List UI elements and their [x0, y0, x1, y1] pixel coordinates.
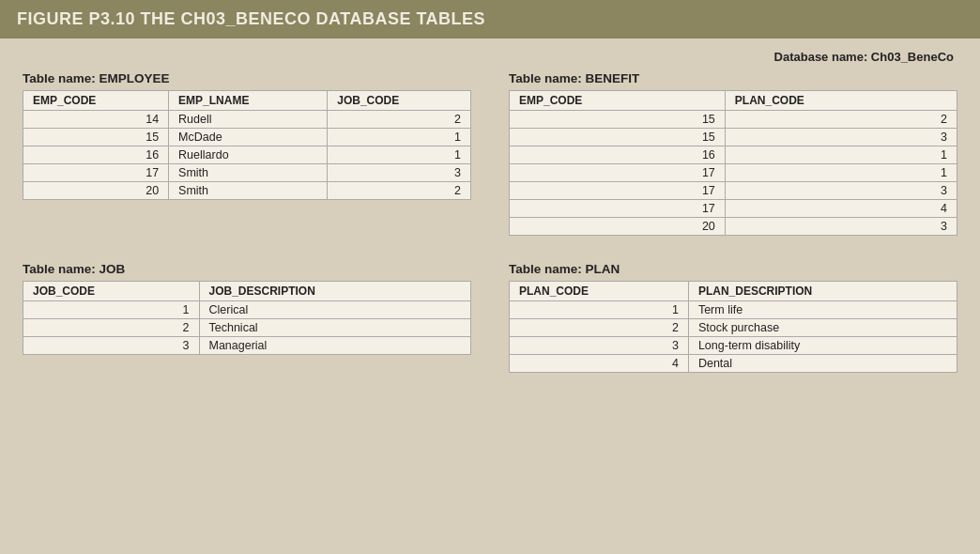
database-name-label: Database name: Ch03_BeneCo [23, 50, 954, 64]
benefit-plan-code-cell: 3 [725, 129, 957, 146]
benefit-table-title: Table name: BENEFIT [509, 71, 957, 85]
table-row: 17 4 [510, 200, 957, 218]
plan-code-cell: 2 [510, 319, 689, 337]
plan-code-cell: 1 [510, 301, 689, 319]
emp-lname-cell: McDade [169, 129, 328, 146]
emp-code-cell: 14 [23, 111, 169, 129]
benefit-emp-code-cell: 20 [510, 218, 726, 236]
job-col-job-code: JOB_CODE [23, 282, 200, 301]
tables-grid: Table name: EMPLOYEE EMP_CODE EMP_LNAME … [23, 71, 957, 373]
job-desc-cell: Managerial [199, 337, 471, 355]
benefit-emp-code-cell: 15 [510, 129, 726, 146]
plan-desc-cell: Term life [688, 301, 957, 319]
plan-desc-cell: Long-term disability [688, 337, 957, 355]
benefit-emp-code-cell: 17 [510, 164, 726, 182]
emp-code-cell: 15 [23, 129, 169, 146]
table-row: 16 Ruellardo 1 [23, 146, 471, 164]
benefit-emp-code-cell: 17 [510, 182, 726, 200]
table-row: 15 2 [510, 111, 957, 129]
table-row: 14 Rudell 2 [23, 111, 471, 129]
table-row: 15 3 [510, 129, 957, 146]
table-row: 2 Stock purchase [510, 319, 957, 337]
emp-code-cell: 16 [23, 146, 169, 164]
job-table: JOB_CODE JOB_DESCRIPTION 1 Clerical 2 Te… [23, 281, 471, 355]
plan-code-cell: 3 [510, 337, 689, 355]
emp-lname-cell: Smith [169, 164, 328, 182]
table-row: 20 3 [510, 218, 957, 236]
table-row: 20 Smith 2 [23, 182, 471, 200]
benefit-plan-code-cell: 3 [725, 182, 957, 200]
benefit-section: Table name: BENEFIT EMP_CODE PLAN_CODE 1… [509, 71, 957, 236]
emp-code-cell: 17 [23, 164, 169, 182]
plan-desc-cell: Dental [688, 355, 957, 373]
benefit-emp-code-cell: 15 [510, 111, 726, 129]
benefit-plan-code-cell: 4 [725, 200, 957, 218]
table-row: 17 3 [510, 182, 957, 200]
employee-col-emp-lname: EMP_LNAME [169, 91, 328, 111]
job-desc-cell: Clerical [199, 301, 471, 319]
benefit-emp-code-cell: 16 [510, 146, 726, 164]
plan-desc-cell: Stock purchase [688, 319, 957, 337]
table-row: 2 Technical [23, 319, 471, 337]
employee-col-emp-code: EMP_CODE [23, 91, 169, 111]
job-desc-cell: Technical [199, 319, 471, 337]
job-table-title: Table name: JOB [23, 262, 471, 276]
job-code-cell: 2 [328, 111, 471, 129]
benefit-table: EMP_CODE PLAN_CODE 15 2 15 3 16 1 17 1 1… [509, 90, 957, 236]
job-code-cell: 3 [23, 337, 200, 355]
table-row: 17 1 [510, 164, 957, 182]
plan-code-cell: 4 [510, 355, 689, 373]
job-code-cell: 1 [23, 301, 200, 319]
table-row: 3 Managerial [23, 337, 471, 355]
benefit-col-plan-code: PLAN_CODE [725, 91, 957, 111]
benefit-plan-code-cell: 2 [725, 111, 957, 129]
table-row: 4 Dental [510, 355, 957, 373]
benefit-plan-code-cell: 1 [725, 146, 957, 164]
job-code-cell: 2 [328, 182, 471, 200]
job-code-cell: 2 [23, 319, 200, 337]
table-row: 17 Smith 3 [23, 164, 471, 182]
job-col-job-description: JOB_DESCRIPTION [199, 282, 471, 301]
page-header: FIGURE P3.10 THE CH03_BENECO DATABASE TA… [0, 0, 980, 38]
emp-lname-cell: Rudell [169, 111, 328, 129]
benefit-col-emp-code: EMP_CODE [510, 91, 726, 111]
employee-table-title: Table name: EMPLOYEE [23, 71, 471, 85]
main-content: Database name: Ch03_BeneCo Table name: E… [0, 38, 980, 384]
benefit-plan-code-cell: 1 [725, 164, 957, 182]
benefit-plan-code-cell: 3 [725, 218, 957, 236]
benefit-emp-code-cell: 17 [510, 200, 726, 218]
plan-col-plan-code: PLAN_CODE [510, 282, 689, 301]
header-title: FIGURE P3.10 THE CH03_BENECO DATABASE TA… [17, 9, 485, 28]
plan-section: Table name: PLAN PLAN_CODE PLAN_DESCRIPT… [509, 262, 957, 373]
emp-lname-cell: Ruellardo [169, 146, 328, 164]
plan-table-title: Table name: PLAN [509, 262, 957, 276]
table-row: 3 Long-term disability [510, 337, 957, 355]
emp-lname-cell: Smith [169, 182, 328, 200]
plan-table: PLAN_CODE PLAN_DESCRIPTION 1 Term life 2… [509, 281, 957, 373]
table-row: 16 1 [510, 146, 957, 164]
employee-section: Table name: EMPLOYEE EMP_CODE EMP_LNAME … [23, 71, 471, 236]
table-row: 15 McDade 1 [23, 129, 471, 146]
job-section: Table name: JOB JOB_CODE JOB_DESCRIPTION… [23, 262, 471, 373]
emp-code-cell: 20 [23, 182, 169, 200]
plan-col-plan-description: PLAN_DESCRIPTION [688, 282, 957, 301]
job-code-cell: 1 [328, 146, 471, 164]
job-code-cell: 3 [328, 164, 471, 182]
employee-col-job-code: JOB_CODE [328, 91, 471, 111]
employee-table: EMP_CODE EMP_LNAME JOB_CODE 14 Rudell 2 … [23, 90, 471, 200]
table-row: 1 Clerical [23, 301, 471, 319]
job-code-cell: 1 [328, 129, 471, 146]
table-row: 1 Term life [510, 301, 957, 319]
